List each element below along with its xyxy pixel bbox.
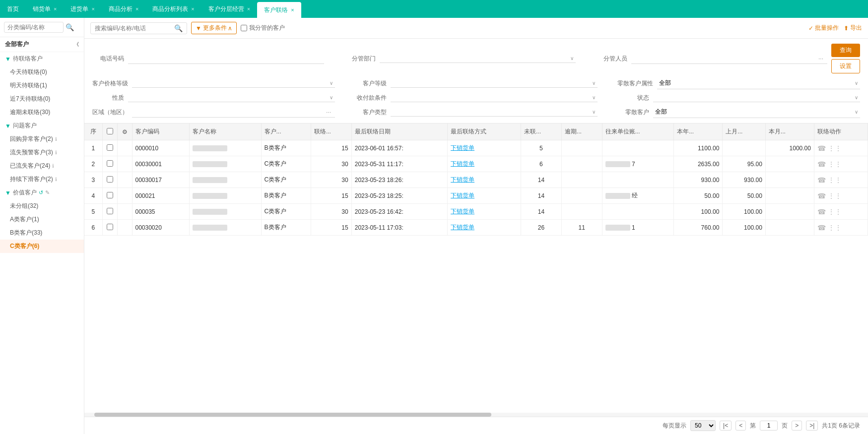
cell-check[interactable] [102,188,117,204]
contact-icon[interactable]: ☎ [817,208,826,216]
contact-icon[interactable]: ☎ [817,160,826,168]
cell-action[interactable]: ☎ ⋮⋮ [814,188,868,204]
filter-select-retail-cust[interactable]: 全部 ∨ [653,106,860,118]
sidebar-group-pending[interactable]: ▼ 待联络客户 [0,52,84,65]
more-action-icon[interactable]: ⋮⋮ [828,144,842,152]
cell-check[interactable] [102,156,117,172]
more-conditions-button[interactable]: ▼ 更多条件 ∧ [191,22,237,34]
sidebar-search-input[interactable] [4,22,64,33]
close-icon[interactable]: × [135,6,138,12]
close-icon[interactable]: × [91,6,94,12]
cell-check[interactable] [102,172,117,188]
sidebar-item-declining[interactable]: 持续下滑客户(2) ℹ [0,173,84,186]
select-all-checkbox[interactable] [107,128,113,134]
filter-select-status[interactable]: ∨ [653,93,860,102]
contact-icon[interactable]: ☎ [817,144,826,152]
page-size-select[interactable]: 50 100 [690,420,716,431]
more-icon[interactable]: ··· [324,109,333,116]
contact-icon[interactable]: ☎ [817,192,826,200]
nav-product-analysis[interactable]: 商品分析 × [102,0,145,18]
more-action-icon[interactable]: ⋮⋮ [828,192,842,200]
filter-select-dept[interactable]: ∨ [380,54,576,63]
filter-select-manager[interactable]: ··· [631,54,827,64]
export-button[interactable]: ⬆ 导出 [844,24,862,32]
contact-icon[interactable]: ☎ [817,224,826,232]
query-button[interactable]: 查询 [831,44,860,57]
row-checkbox[interactable] [107,144,113,151]
nav-home[interactable]: 首页 [0,0,26,18]
close-icon[interactable]: × [247,6,250,12]
filter-select-cust-type[interactable]: ∨ [391,108,598,117]
filter-input-phone[interactable] [128,54,324,64]
prev-page-button[interactable]: < [735,421,746,431]
more-action-icon[interactable]: ⋮⋮ [828,224,842,232]
nav-customer-contact[interactable]: 客户联络 × [257,2,301,18]
th-settings[interactable]: ⚙ [117,124,132,140]
my-customers-checkbox[interactable]: 我分管的客户 [241,24,285,32]
sidebar-item-overdue[interactable]: 逾期未联络(30) [0,106,84,119]
filter-select-retail-attr[interactable]: 全部 ∨ [657,77,860,89]
sidebar-item-a-customers[interactable]: A类客户(1) [0,213,84,226]
contact-icon[interactable]: ☎ [817,176,826,184]
nav-product-analysis-list[interactable]: 商品分析列表 × [145,0,201,18]
cell-last-method[interactable]: 下销货单 [448,204,521,220]
close-icon[interactable]: × [54,6,57,12]
sidebar-item-repurchase-abnormal[interactable]: 回购异常客户(2) ℹ [0,132,84,146]
sidebar-item-churn-warning[interactable]: 流失预警客户(3) ℹ [0,146,84,159]
cell-action[interactable]: ☎ ⋮⋮ [814,172,868,188]
row-checkbox[interactable] [107,224,113,230]
cell-check[interactable] [102,204,117,220]
sidebar-item-churned[interactable]: 已流失客户(24) ℹ [0,159,84,173]
nav-sales[interactable]: 销货单 × [26,0,64,18]
my-customers-check[interactable] [241,25,247,31]
more-action-icon[interactable]: ⋮⋮ [828,160,842,168]
row-checkbox[interactable] [107,160,113,167]
next-page-button[interactable]: > [792,421,802,431]
sidebar-item-ungrouped[interactable]: 未分组(32) [0,199,84,213]
filter-select-price-level[interactable]: ∨ [132,79,335,88]
sidebar-search-icon[interactable]: 🔍 [66,23,74,31]
settings-button[interactable]: 设置 [831,59,860,73]
refresh-icon[interactable]: ↺ [39,189,43,196]
cell-action[interactable]: ☎ ⋮⋮ [814,140,868,156]
batch-operation-button[interactable]: ✓ 批量操作 [808,24,839,32]
search-input[interactable] [95,25,174,32]
close-icon[interactable]: × [291,7,294,13]
more-icon[interactable]: ··· [816,55,825,62]
horizontal-scrollbar[interactable] [84,413,868,417]
sidebar-item-today[interactable]: 今天待联络(0) [0,65,84,79]
filter-select-nature[interactable]: ∨ [128,93,335,102]
more-action-icon[interactable]: ⋮⋮ [828,208,842,216]
filter-select-payment[interactable]: ∨ [391,93,598,102]
cell-last-method[interactable]: 下销货单 [448,140,521,156]
cell-action[interactable]: ☎ ⋮⋮ [814,220,868,236]
cell-last-method[interactable]: 下销货单 [448,220,521,236]
sidebar-item-7days[interactable]: 近7天待联络(0) [0,92,84,106]
cell-last-method[interactable]: 下销货单 [448,156,521,172]
sidebar-item-b-customers[interactable]: B类客户(33) [0,226,84,240]
cell-last-method[interactable]: 下销货单 [448,172,521,188]
scrollbar-thumb[interactable] [94,413,491,417]
filter-select-cust-level[interactable]: ∨ [391,79,598,88]
filter-select-region[interactable]: ··· [132,107,335,118]
cell-last-method[interactable]: 下销货单 [448,188,521,204]
close-icon[interactable]: × [191,6,194,12]
cell-action[interactable]: ☎ ⋮⋮ [814,204,868,220]
page-input[interactable] [760,421,778,431]
sidebar-all-customers[interactable]: 全部客户 《 [0,37,84,52]
first-page-button[interactable]: |< [720,421,732,431]
sidebar-group-value[interactable]: ▼ 价值客户 ↺ ✎ [0,186,84,199]
sidebar-item-c-customers[interactable]: C类客户(6) [0,240,84,253]
cell-action[interactable]: ☎ ⋮⋮ [814,156,868,172]
row-checkbox[interactable] [107,176,113,183]
edit-icon[interactable]: ✎ [45,189,50,196]
row-checkbox[interactable] [107,208,113,214]
search-icon[interactable]: 🔍 [174,24,183,32]
nav-purchase[interactable]: 进货单 × [64,0,101,18]
nav-customer-tier[interactable]: 客户分层经营 × [201,0,257,18]
cell-check[interactable] [102,220,117,236]
sidebar-group-problem[interactable]: ▼ 问题客户 [0,119,84,132]
sidebar-item-tomorrow[interactable]: 明天待联络(1) [0,79,84,92]
cell-check[interactable] [102,140,117,156]
more-action-icon[interactable]: ⋮⋮ [828,176,842,184]
